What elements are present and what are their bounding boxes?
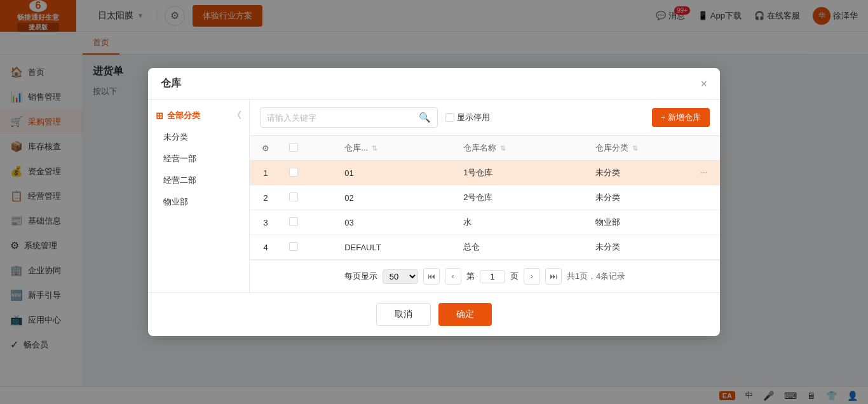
page-label: 第 [466, 271, 475, 282]
row2-cat: 未分类 [588, 185, 720, 210]
modal-footer: 取消 确定 [148, 292, 720, 336]
row4-code: DEFAULT [337, 235, 456, 260]
table-header: ⚙ 仓库... ⇅ 仓库名称 [250, 136, 720, 161]
sort-icon-name: ⇅ [500, 144, 506, 152]
confirm-btn[interactable]: 确定 [438, 303, 492, 326]
cat-item-uncat[interactable]: 未分类 [148, 126, 249, 148]
page-next-btn[interactable]: › [524, 268, 540, 285]
modal-main-panel: 🔍 显示停用 + 新增仓库 ⚙ [250, 100, 720, 292]
table-row[interactable]: 3 03 水 物业部 [250, 210, 720, 235]
page-size-dropdown[interactable]: 50 10 20 100 [383, 269, 418, 284]
col-name[interactable]: 仓库名称 ⇅ [456, 136, 588, 161]
row4-cat: 未分类 [588, 235, 720, 260]
page-unit: 页 [510, 271, 519, 282]
row2-checkbox[interactable] [281, 185, 337, 210]
cat-collapse-icon[interactable]: 《 [233, 110, 241, 121]
modal-body: ⊞ 全部分类 《 未分类 经营一部 经营二部 物业部 [148, 100, 720, 292]
modal-search-bar: 🔍 显示停用 + 新增仓库 [250, 100, 720, 136]
warehouse-modal: 仓库 × ⊞ 全部分类 《 未分类 经营一部 [148, 68, 720, 336]
cat-item-property[interactable]: 物业部 [148, 191, 249, 213]
select-all-checkbox[interactable] [289, 143, 298, 152]
row2-name: 2号仓库 [456, 185, 588, 210]
show-disabled-label[interactable]: 显示停用 [445, 112, 490, 123]
modal-header: 仓库 × [148, 68, 720, 100]
col-code[interactable]: 仓库... ⇅ [337, 136, 456, 161]
row1-num: 1 [250, 161, 281, 185]
table-row[interactable]: 4 DEFAULT 总仓 未分类 [250, 235, 720, 260]
table-row[interactable]: 2 02 2号仓库 未分类 [250, 185, 720, 210]
row3-name: 水 [456, 210, 588, 235]
warehouse-table-wrap: ⚙ 仓库... ⇅ 仓库名称 [250, 136, 720, 260]
cancel-btn[interactable]: 取消 [376, 303, 431, 326]
page-first-btn[interactable]: ⏮ [423, 268, 440, 285]
modal-title: 仓库 [161, 77, 181, 90]
per-page-label: 每页显示 [344, 271, 377, 282]
row1-cat: 未分类 ··· [588, 161, 720, 185]
sort-icon-cat: ⇅ [632, 144, 638, 152]
cat-all-label[interactable]: ⊞ 全部分类 [156, 110, 200, 121]
row4-checkbox[interactable] [281, 235, 337, 260]
row2-code: 02 [337, 185, 456, 210]
grid-icon: ⊞ [156, 111, 163, 121]
page-last-btn[interactable]: ⏭ [545, 268, 562, 285]
row3-cat: 物业部 [588, 210, 720, 235]
page-number-input[interactable] [480, 270, 505, 283]
row3-num: 3 [250, 210, 281, 235]
show-disabled-checkbox[interactable] [445, 113, 454, 122]
add-warehouse-btn[interactable]: + 新增仓库 [652, 108, 710, 127]
modal-close-btn[interactable]: × [700, 78, 707, 90]
total-info: 共1页，4条记录 [567, 271, 625, 282]
search-input-wrap: 🔍 [260, 107, 438, 128]
row1-checkbox[interactable] [281, 161, 337, 185]
row4-name: 总仓 [456, 235, 588, 260]
search-input[interactable] [261, 109, 412, 126]
table-row[interactable]: 1 01 1号仓库 未分类 ··· [250, 161, 720, 185]
overlay: 仓库 × ⊞ 全部分类 《 未分类 经营一部 [0, 0, 868, 404]
row3-checkbox[interactable] [281, 210, 337, 235]
cat-item-ops2[interactable]: 经营二部 [148, 170, 249, 191]
warehouse-table: ⚙ 仓库... ⇅ 仓库名称 [250, 136, 720, 260]
row2-num: 2 [250, 185, 281, 210]
pagination-bar: 每页显示 50 10 20 100 ⏮ ‹ 第 页 › [250, 260, 720, 292]
col-category[interactable]: 仓库分类 ⇅ [588, 136, 720, 161]
search-button[interactable]: 🔍 [412, 108, 437, 127]
col-checkbox[interactable] [281, 136, 337, 161]
table-body: 1 01 1号仓库 未分类 ··· 2 [250, 161, 720, 260]
cat-header: ⊞ 全部分类 《 [148, 105, 249, 126]
row4-num: 4 [250, 235, 281, 260]
category-sidebar: ⊞ 全部分类 《 未分类 经营一部 经营二部 物业部 [148, 100, 250, 292]
col-settings[interactable]: ⚙ [250, 136, 281, 161]
row1-action-dots[interactable]: ··· [700, 167, 707, 177]
cat-item-ops1[interactable]: 经营一部 [148, 148, 249, 170]
row3-code: 03 [337, 210, 456, 235]
row1-name: 1号仓库 [456, 161, 588, 185]
page-size-select: 50 10 20 100 [383, 269, 418, 284]
row1-code: 01 [337, 161, 456, 185]
page-prev-btn[interactable]: ‹ [445, 268, 461, 285]
sort-icon-code: ⇅ [372, 144, 377, 152]
